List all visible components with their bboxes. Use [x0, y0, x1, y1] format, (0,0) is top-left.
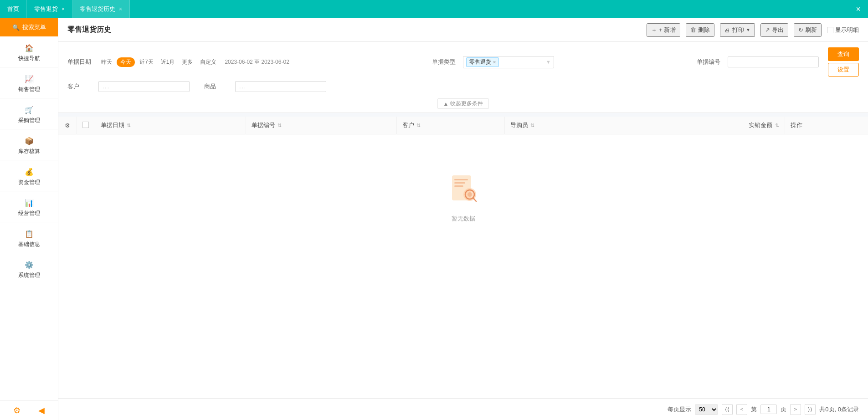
total-records-text: 共0页, 0条记录 — [819, 405, 859, 414]
close-retail-return-icon[interactable]: × — [62, 6, 65, 12]
th-action: 操作 — [785, 117, 868, 134]
sidebar-item-basic-info[interactable]: 📋 基础信息 — [0, 222, 58, 253]
doc-no-input[interactable] — [728, 56, 819, 67]
table-header-row: ⚙ 单据日期 ⇅ 单据编号 ⇅ — [58, 117, 868, 134]
goods-input[interactable]: ... — [235, 81, 326, 92]
first-page-button[interactable]: ⟨⟨ — [722, 404, 733, 415]
date-buttons: 昨天 今天 近7天 近1月 更多 自定义 — [98, 57, 219, 67]
window-close-button[interactable]: × — [848, 0, 868, 18]
prev-page-button[interactable]: ＜ — [736, 404, 747, 415]
settings-bottom-icon[interactable]: ⚙ — [13, 405, 21, 415]
export-icon: ↗ — [765, 26, 770, 33]
date-1month[interactable]: 近1月 — [158, 57, 178, 67]
date-yesterday[interactable]: 昨天 — [98, 57, 115, 67]
svg-point-7 — [467, 192, 472, 197]
sidebar-item-finance[interactable]: 💰 资金管理 — [0, 160, 58, 191]
empty-state: 暂无数据 — [58, 134, 868, 259]
sidebar-item-operations[interactable]: 📊 经营管理 — [0, 191, 58, 222]
sidebar-item-purchase[interactable]: 🛒 采购管理 — [0, 98, 58, 129]
last-page-button[interactable]: ⟩⟩ — [805, 404, 816, 415]
show-detail-checkbox[interactable] — [827, 27, 833, 33]
svg-rect-3 — [454, 185, 463, 187]
th-customer: 客户 ⇅ — [396, 117, 504, 134]
sidebar-item-inventory[interactable]: 📦 库存核算 — [0, 129, 58, 160]
tab-retail-return[interactable]: 零售退货 × — [27, 0, 72, 18]
page-label: 第 — [751, 405, 757, 414]
th-checkbox[interactable] — [77, 117, 95, 134]
date-label: 单据日期 — [67, 58, 95, 66]
content-area: 零售退货历史 ＋ + 新增 🗑 删除 🖨 打印 ▼ ↗ 导出 — [58, 18, 868, 420]
customer-input[interactable]: ... — [98, 81, 190, 92]
collapse-icon: ▲ — [443, 101, 449, 107]
show-detail-wrap: 显示明细 — [827, 26, 859, 34]
th-guide: 导购员 ⇅ — [504, 117, 634, 134]
tab-home[interactable]: 首页 — [0, 0, 27, 18]
date-custom[interactable]: 自定义 — [197, 57, 219, 67]
amount-sort-icon[interactable]: ⇅ — [775, 123, 779, 128]
header-actions: ＋ + 新增 🗑 删除 🖨 打印 ▼ ↗ 导出 ↻ — [647, 23, 859, 37]
th-amount: 实销金额 ⇅ — [634, 117, 785, 134]
customer-sort-icon[interactable]: ⇅ — [416, 123, 421, 128]
home-icon: 🏠 — [24, 43, 34, 53]
sidebar-item-quick-nav[interactable]: 🏠 快捷导航 — [0, 36, 58, 67]
main-layout: 🔍 搜索菜单 🏠 快捷导航 📈 销售管理 🛒 采购管理 📦 库存核算 💰 资金管… — [0, 18, 868, 420]
select-all-checkbox[interactable] — [82, 122, 89, 128]
delete-button[interactable]: 🗑 删除 — [686, 23, 714, 37]
filter-row-date: 单据日期 昨天 今天 近7天 近1月 更多 自定义 2023-06-02 至 2… — [67, 47, 859, 77]
filter-row-customer: 客户 ... 商品 ... — [67, 81, 859, 92]
doc-type-tag-close[interactable]: × — [493, 59, 496, 65]
page-header: 零售退货历史 ＋ + 新增 🗑 删除 🖨 打印 ▼ ↗ 导出 — [58, 18, 868, 42]
date-range-display: 2023-06-02 至 2023-06-02 — [225, 58, 289, 66]
sidebar-item-sales[interactable]: 📈 销售管理 — [0, 67, 58, 98]
sidebar-item-system[interactable]: ⚙️ 系统管理 — [0, 253, 58, 284]
tab-retail-return-history[interactable]: 零售退货历史 × — [72, 0, 130, 18]
filter-area: 单据日期 昨天 今天 近7天 近1月 更多 自定义 2023-06-02 至 2… — [58, 42, 868, 113]
print-icon: 🖨 — [724, 26, 730, 33]
date-more[interactable]: 更多 — [179, 57, 195, 67]
goods-label: 商品 — [204, 82, 231, 91]
sidebar-search[interactable]: 🔍 搜索菜单 — [0, 18, 58, 36]
sales-icon: 📈 — [24, 74, 34, 84]
sidebar: 🔍 搜索菜单 🏠 快捷导航 📈 销售管理 🛒 采购管理 📦 库存核算 💰 资金管… — [0, 18, 58, 420]
guide-sort-icon[interactable]: ⇅ — [530, 123, 534, 128]
svg-rect-2 — [454, 182, 465, 184]
refresh-button[interactable]: ↻ 刷新 — [794, 23, 822, 37]
add-button[interactable]: ＋ + 新增 — [647, 23, 680, 37]
close-retail-return-history-icon[interactable]: × — [119, 6, 122, 12]
doc-type-filter[interactable]: 零售退货 × ▼ — [463, 56, 554, 68]
th-doc-no: 单据编号 ⇅ — [246, 117, 396, 134]
settings-icon: ⚙ — [65, 122, 70, 129]
export-button[interactable]: ↗ 导出 — [760, 23, 788, 37]
query-button[interactable]: 查询 — [828, 47, 859, 61]
empty-illustration — [445, 171, 482, 207]
doc-type-label: 单据类型 — [432, 58, 459, 66]
page-number-input[interactable] — [760, 405, 777, 414]
page-size-select[interactable]: 50 10 20 100 — [695, 405, 718, 415]
page-title: 零售退货历史 — [67, 25, 111, 35]
doc-type-chevron-icon: ▼ — [546, 59, 551, 65]
refresh-icon: ↻ — [798, 26, 803, 33]
data-table: ⚙ 单据日期 ⇅ 单据编号 ⇅ — [58, 117, 868, 134]
operations-icon: 📊 — [24, 198, 34, 208]
set-button[interactable]: 设置 — [828, 63, 859, 77]
system-icon: ⚙️ — [24, 260, 34, 270]
search-icon: 🔍 — [12, 24, 20, 31]
basic-info-icon: 📋 — [24, 229, 34, 239]
table-wrap: ⚙ 单据日期 ⇅ 单据编号 ⇅ — [58, 117, 868, 398]
sidebar-bottom: ⚙ ◀ — [0, 400, 58, 420]
date-today[interactable]: 今天 — [117, 57, 135, 67]
next-page-button[interactable]: ＞ — [790, 404, 801, 415]
docno-sort-icon[interactable]: ⇅ — [277, 123, 282, 128]
add-icon: ＋ — [651, 26, 657, 34]
date-7days[interactable]: 近7天 — [137, 57, 156, 67]
page-size-label: 每页显示 — [668, 405, 691, 414]
collapse-button[interactable]: ▲ 收起更多条件 — [437, 98, 489, 109]
print-button[interactable]: 🖨 打印 ▼ — [720, 23, 755, 37]
th-date: 单据日期 ⇅ — [95, 117, 246, 134]
doc-no-label: 单据编号 — [697, 58, 724, 66]
collapse-sidebar-icon[interactable]: ◀ — [38, 405, 45, 415]
empty-text: 暂无数据 — [452, 215, 475, 223]
page-suffix: 页 — [781, 405, 786, 414]
date-sort-icon[interactable]: ⇅ — [127, 123, 131, 128]
th-settings[interactable]: ⚙ — [58, 117, 77, 134]
